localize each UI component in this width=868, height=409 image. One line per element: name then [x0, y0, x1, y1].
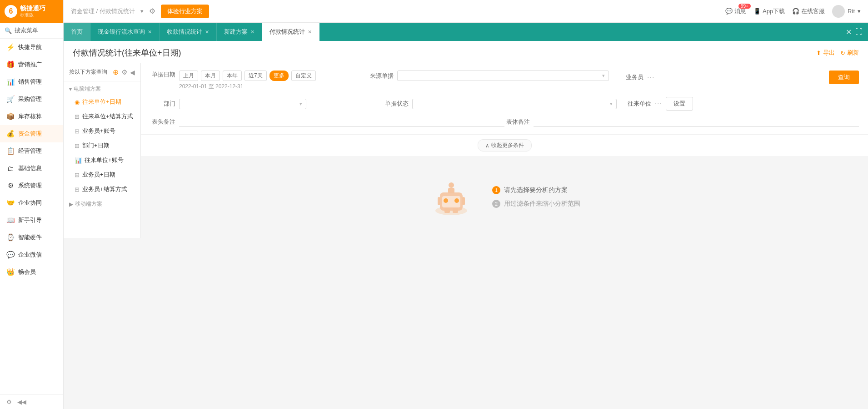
tabbar-actions: ✕ ⛶	[840, 23, 868, 41]
chevron-right-icon[interactable]: ▶	[69, 201, 73, 207]
tab-receipts-stat[interactable]: 收款情况统计 ✕	[160, 23, 217, 41]
avatar	[832, 5, 845, 18]
message-btn[interactable]: 💬 消息 99+	[725, 7, 746, 15]
settings-icon[interactable]: ⚙	[6, 399, 12, 405]
page-title: 付款情况统计(往来单位+日期)	[73, 47, 181, 58]
tabbar: 首页 现金银行流水查询 ✕ 收款情况统计 ✕ 新建方案 ✕ 付款情况统计 ✕ ✕…	[64, 23, 868, 41]
header-note-label: 表头备注	[150, 118, 175, 126]
close-all-icon[interactable]: ✕	[846, 28, 852, 36]
sidebar-item-purchase[interactable]: 🛒 采购管理	[0, 91, 63, 108]
body-note-input[interactable]	[534, 117, 859, 127]
search-menu[interactable]: 🔍 搜索菜单	[0, 23, 63, 39]
sidebar-item-sales[interactable]: 📊 销售管理	[0, 73, 63, 91]
date-btn-last-month[interactable]: 上月	[179, 71, 198, 81]
scheme-table3-icon: ⊞	[75, 142, 80, 149]
sidebar-item-guide[interactable]: 📖 新手引导	[0, 212, 63, 229]
message-badge: 99+	[738, 4, 751, 9]
date-range-display: 2022-01-01 至 2022-12-31	[179, 83, 316, 91]
sidebar-item-marketing[interactable]: 🎁 营销推广	[0, 56, 63, 73]
empty-step-1: 1 请先选择要分析的方案	[492, 186, 580, 194]
add-scheme-icon[interactable]: ⊕	[113, 68, 119, 76]
tab-receipts-stat-close[interactable]: ✕	[205, 29, 209, 35]
topbar-right: 💬 消息 99+ 📱 App下载 🎧 在线客服 Rit ▾	[725, 5, 861, 18]
collapse-up-icon: ∧	[485, 142, 489, 149]
scheme-active-icon: ◉	[75, 99, 80, 106]
app-download-btn[interactable]: 📱 App下载	[753, 7, 785, 15]
hardware-icon: ⌚	[6, 233, 15, 242]
user-menu[interactable]: Rit ▾	[832, 5, 861, 18]
docstatus-input[interactable]: ▾	[412, 99, 616, 109]
query-button[interactable]: 查询	[829, 71, 859, 84]
sidebar-item-inventory[interactable]: 📦 库存核算	[0, 108, 63, 125]
member-icon: 👑	[6, 268, 15, 276]
tab-bank-flow-close[interactable]: ✕	[148, 29, 152, 35]
date-btn-more[interactable]: 更多	[269, 71, 289, 81]
source-input[interactable]: ▾	[397, 71, 609, 81]
filter-section: 单据日期 上月 本月 本年 近7天 更多 自定义	[141, 63, 868, 135]
collapse-row: ∧ 收起更多条件	[141, 135, 868, 156]
content-area: 付款情况统计(往来单位+日期) ⬆ 导出 ↻ 刷新 按以下方案查询 ⊕	[64, 41, 868, 409]
settings-scheme-icon[interactable]: ⚙	[121, 68, 127, 76]
sidebar-item-finance[interactable]: 💰 资金管理	[0, 125, 63, 142]
partner-dots-btn[interactable]: ···	[655, 100, 662, 108]
body-layout: 按以下方案查询 ⊕ ⚙ ◀ ▾ 电脑端方案 ◉ 往来单位+日期 ⊞	[64, 63, 868, 238]
sidebar-item-wechat[interactable]: 💬 企业微信	[0, 246, 63, 263]
scheme-item-partner-date[interactable]: ◉ 往来单位+日期	[64, 95, 140, 109]
date-btn-custom[interactable]: 自定义	[291, 71, 316, 81]
scheme-table-icon: ⊞	[75, 113, 80, 120]
scheme-table4-icon: ⊞	[75, 172, 80, 178]
date-filter: 单据日期 上月 本月 本年 近7天 更多 自定义	[150, 71, 368, 91]
sidebar-item-basic-info[interactable]: 🗂 基础信息	[0, 160, 63, 177]
tab-new-scheme-close[interactable]: ✕	[250, 29, 254, 35]
sidebar-item-cooperation[interactable]: 🤝 企业协同	[0, 194, 63, 212]
sidebar-item-business[interactable]: 📋 经营管理	[0, 142, 63, 160]
dept-input[interactable]: ▾	[179, 99, 306, 109]
collapse-panel-icon[interactable]: ◀	[130, 69, 135, 76]
date-btn-7days[interactable]: 近7天	[244, 71, 267, 81]
header-note-input[interactable]	[179, 117, 504, 127]
tab-bank-flow[interactable]: 现金银行流水查询 ✕	[90, 23, 160, 41]
svg-rect-8	[444, 208, 450, 213]
tab-payment-stat[interactable]: 付款情况统计 ✕	[262, 23, 319, 41]
sidebar-bottom: ⚙ ◀◀	[0, 394, 63, 409]
topbar-settings-icon[interactable]: ⚙	[149, 7, 155, 15]
scheme-chart-icon: 📊	[75, 157, 82, 164]
scheme-pc-section: ▾ 电脑端方案	[64, 81, 140, 95]
chevron-down-icon[interactable]: ▾	[69, 86, 72, 92]
tab-new-scheme[interactable]: 新建方案 ✕	[217, 23, 262, 41]
sales-icon: 📊	[6, 78, 15, 86]
dept-label: 部门	[150, 100, 175, 108]
settings-button[interactable]: 设置	[666, 97, 693, 111]
scheme-table5-icon: ⊞	[75, 186, 80, 193]
scheme-item-partner-account[interactable]: 📊 往来单位+账号	[64, 153, 140, 167]
wechat-icon: 💬	[6, 251, 15, 259]
scheme-item-salesman-date[interactable]: ⊞ 业务员+日期	[64, 167, 140, 182]
export-btn[interactable]: ⬆ 导出	[816, 49, 835, 57]
date-btn-this-month[interactable]: 本月	[201, 71, 220, 81]
search-icon: 🔍	[5, 27, 12, 34]
sidebar-item-member[interactable]: 👑 畅会员	[0, 263, 63, 281]
sidebar-item-system[interactable]: ⚙ 系统管理	[0, 177, 63, 194]
sidebar-item-quick-nav[interactable]: ⚡ 快捷导航	[0, 39, 63, 56]
collapse-icon[interactable]: ◀◀	[17, 399, 26, 405]
refresh-icon: ↻	[840, 50, 845, 56]
svg-rect-5	[448, 188, 454, 193]
sidebar-item-hardware[interactable]: ⌚ 智能硬件	[0, 229, 63, 246]
empty-state: 1 请先选择要分析的方案 2 用过滤条件来缩小分析范围	[429, 174, 580, 220]
tab-home[interactable]: 首页	[64, 23, 90, 41]
scheme-item-salesman-account[interactable]: ⊞ 业务员+账号	[64, 124, 140, 138]
date-btn-this-year[interactable]: 本年	[223, 71, 242, 81]
refresh-btn[interactable]: ↻ 刷新	[840, 49, 859, 57]
breadcrumb-dropdown[interactable]: ▾	[140, 8, 144, 15]
scheme-item-salesman-settlement[interactable]: ⊞ 业务员+结算方式	[64, 182, 140, 197]
scheme-item-dept-date[interactable]: ⊞ 部门+日期	[64, 138, 140, 153]
service-btn[interactable]: 🎧 在线客服	[792, 7, 825, 15]
svg-rect-9	[453, 208, 458, 213]
tab-payment-stat-close[interactable]: ✕	[308, 29, 312, 35]
trial-btn[interactable]: 体验行业方案	[161, 5, 209, 18]
header-note-filter: 表头备注	[150, 117, 504, 127]
scheme-item-partner-settlement[interactable]: ⊞ 往来单位+结算方式	[64, 109, 140, 124]
collapse-btn[interactable]: ∧ 收起更多条件	[478, 139, 532, 151]
fullscreen-icon[interactable]: ⛶	[855, 28, 863, 36]
salesman-dots-btn[interactable]: ···	[647, 73, 654, 81]
